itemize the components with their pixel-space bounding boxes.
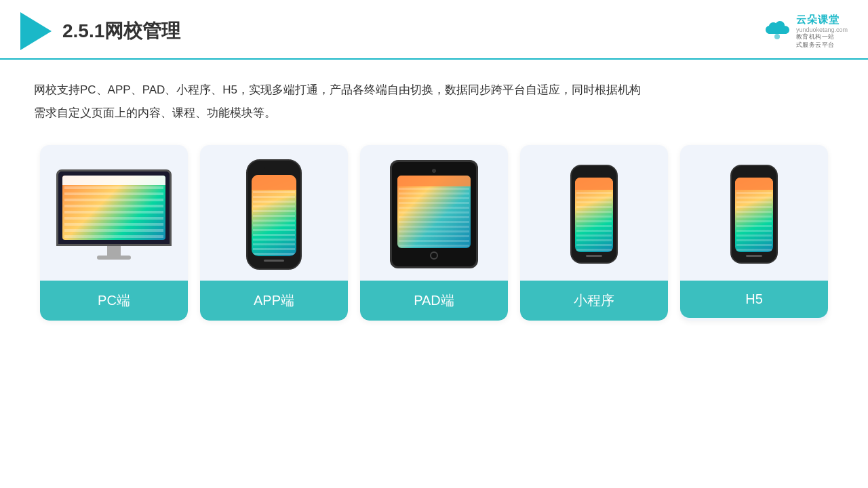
header: 2.5.1网校管理 云朵课堂 yunduoketang.com 教育机构一站式服… bbox=[0, 0, 868, 60]
card-label-pc: PC端 bbox=[40, 281, 188, 321]
card-label-pad: PAD端 bbox=[360, 281, 508, 321]
svg-point-0 bbox=[774, 34, 780, 39]
brand-text: 云朵课堂 yunduoketang.com 教育机构一站式服务云平台 bbox=[796, 14, 848, 49]
card-image-miniprogram bbox=[520, 145, 668, 281]
description-text: 网校支持PC、APP、PAD、小程序、H5，实现多端打通，产品各终端自由切换，数… bbox=[34, 79, 834, 125]
page-title: 2.5.1网校管理 bbox=[62, 18, 180, 44]
cards-container: PC端 APP端 bbox=[34, 145, 834, 321]
brand-url: yunduoketang.com bbox=[796, 26, 848, 33]
card-h5: H5 bbox=[680, 145, 828, 321]
card-label-miniprogram: 小程序 bbox=[520, 281, 668, 321]
header-left: 2.5.1网校管理 bbox=[20, 12, 180, 50]
card-image-h5 bbox=[680, 145, 828, 281]
main-content: 网校支持PC、APP、PAD、小程序、H5，实现多端打通，产品各终端自由切换，数… bbox=[0, 60, 868, 334]
card-pc: PC端 bbox=[40, 145, 188, 321]
cloud-icon bbox=[762, 19, 792, 43]
brand-name: 云朵课堂 bbox=[796, 14, 848, 26]
card-label-h5: H5 bbox=[680, 281, 828, 318]
card-image-pad bbox=[360, 145, 508, 281]
logo-triangle-icon bbox=[20, 12, 52, 50]
card-label-app: APP端 bbox=[200, 281, 348, 321]
card-image-app bbox=[200, 145, 348, 281]
phone-mockup-h5 bbox=[730, 165, 778, 264]
card-app: APP端 bbox=[200, 145, 348, 321]
phone-mockup-app bbox=[246, 159, 302, 270]
brand-subtitle: 教育机构一站式服务云平台 bbox=[796, 33, 848, 49]
phone-mockup-mini bbox=[570, 165, 618, 264]
card-miniprogram: 小程序 bbox=[520, 145, 668, 321]
card-pad: PAD端 bbox=[360, 145, 508, 321]
brand-logo: 云朵课堂 yunduoketang.com 教育机构一站式服务云平台 bbox=[762, 14, 848, 49]
tablet-icon bbox=[390, 160, 478, 268]
card-image-pc bbox=[40, 145, 188, 281]
header-right: 云朵课堂 yunduoketang.com 教育机构一站式服务云平台 bbox=[762, 14, 848, 49]
pc-monitor-icon bbox=[56, 169, 172, 260]
